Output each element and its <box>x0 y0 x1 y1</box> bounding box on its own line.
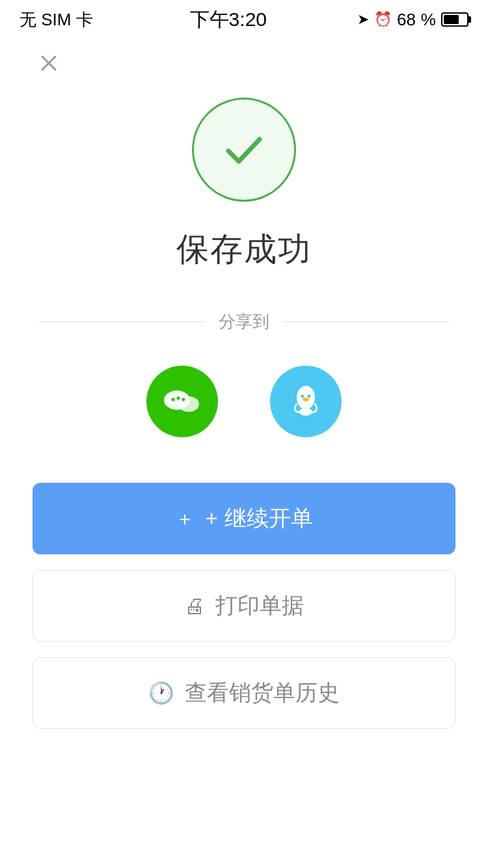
qq-share-button[interactable] <box>270 366 342 437</box>
continue-order-label: + 继续开单 <box>205 504 312 534</box>
svg-point-12 <box>303 398 309 401</box>
location-icon: ➤ <box>357 11 369 28</box>
carrier-text: 无 SIM 卡 <box>20 8 93 31</box>
success-section: 保存成功 <box>0 98 488 271</box>
history-button[interactable]: 🕐 查看销货单历史 <box>33 657 455 729</box>
status-left: 无 SIM 卡 <box>20 8 100 31</box>
plus-icon: ＋ <box>175 509 195 528</box>
battery-icon <box>441 12 468 27</box>
qq-icon <box>284 379 328 424</box>
share-icons <box>146 366 342 437</box>
svg-point-5 <box>177 397 180 400</box>
close-button[interactable] <box>33 47 65 79</box>
battery-percent: 68 <box>397 10 416 30</box>
svg-point-11 <box>308 395 311 398</box>
svg-point-3 <box>178 396 199 412</box>
alarm-icon: ⏰ <box>374 11 392 28</box>
continue-order-button[interactable]: ＋ + 继续开单 <box>33 483 455 554</box>
share-divider: 分享到 <box>0 310 488 333</box>
status-time: 下午3:20 <box>190 7 267 33</box>
clock-icon: 🕐 <box>148 683 174 703</box>
wechat-icon <box>160 379 204 424</box>
print-label: 打印单据 <box>215 591 304 621</box>
svg-point-10 <box>301 395 305 398</box>
status-bar: 无 SIM 卡 下午3:20 ➤ ⏰ 68% <box>0 0 488 39</box>
success-circle <box>192 98 296 202</box>
actions-section: ＋ + 继续开单 🖨 打印单据 🕐 查看销货单历史 <box>0 483 488 729</box>
history-label: 查看销货单历史 <box>185 678 340 708</box>
divider-line-left <box>39 321 206 322</box>
success-title: 保存成功 <box>176 228 312 271</box>
svg-point-4 <box>172 398 175 401</box>
share-section: 分享到 <box>0 310 488 437</box>
share-label: 分享到 <box>219 310 269 333</box>
svg-point-6 <box>182 398 185 401</box>
checkmark-icon <box>218 124 270 176</box>
printer-icon: 🖨 <box>184 595 205 616</box>
status-right: ➤ ⏰ 68% <box>357 10 468 30</box>
wechat-share-button[interactable] <box>146 366 218 437</box>
print-button[interactable]: 🖨 打印单据 <box>33 570 455 642</box>
divider-line-right <box>282 321 449 322</box>
